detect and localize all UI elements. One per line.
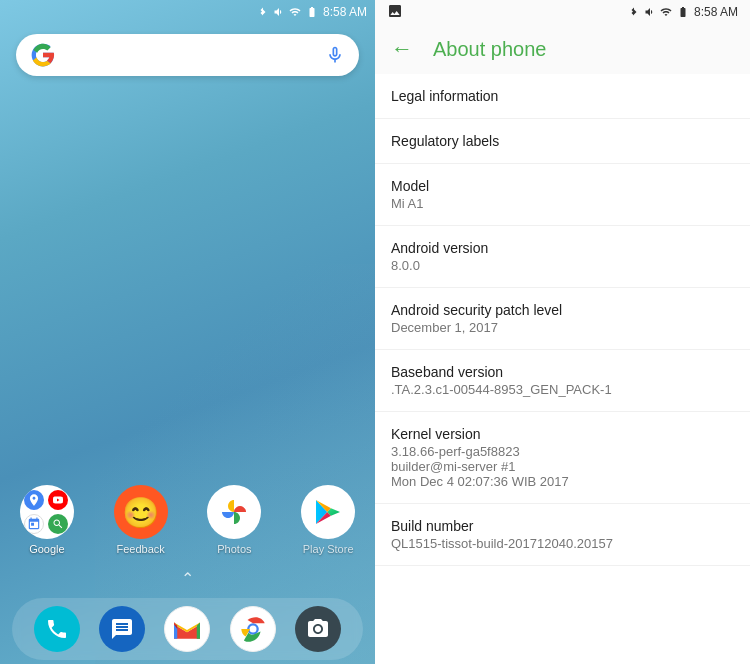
about-phone-panel: 8:58 AM ← About phone Legal information … bbox=[375, 0, 750, 664]
settings-item-legal-title: Legal information bbox=[391, 88, 734, 104]
settings-item-baseband-title: Baseband version bbox=[391, 364, 734, 380]
playstore-svg-icon bbox=[310, 494, 346, 530]
settings-item-baseband[interactable]: Baseband version .TA.2.3.c1-00544-8953_G… bbox=[375, 350, 750, 412]
dock-camera[interactable] bbox=[295, 606, 341, 652]
settings-list: Legal information Regulatory labels Mode… bbox=[375, 74, 750, 664]
volume-icon-right bbox=[644, 6, 656, 18]
svg-point-1 bbox=[249, 626, 256, 633]
signal-icon bbox=[289, 6, 301, 18]
settings-item-kernel-title: Kernel version bbox=[391, 426, 734, 442]
bluetooth-icon-right bbox=[628, 6, 640, 18]
page-title: About phone bbox=[433, 38, 546, 61]
photos-icon-circle bbox=[207, 485, 261, 539]
search-mini bbox=[48, 514, 68, 534]
screenshot-icon bbox=[387, 3, 403, 21]
settings-item-kernel[interactable]: Kernel version 3.18.66-perf-ga5f8823 bui… bbox=[375, 412, 750, 504]
back-button[interactable]: ← bbox=[391, 36, 413, 62]
settings-item-build-subtitle: QL1515-tissot-build-201712040.20157 bbox=[391, 536, 734, 551]
app-playstore[interactable]: Play Store bbox=[293, 485, 363, 555]
status-icons-right: 8:58 AM bbox=[628, 5, 738, 19]
settings-item-legal[interactable]: Legal information bbox=[375, 74, 750, 119]
app-playstore-label: Play Store bbox=[303, 543, 354, 555]
battery-icon-right bbox=[676, 6, 690, 18]
status-time-left: 8:58 AM bbox=[323, 5, 367, 19]
app-row-main: Google 😊 Feedback Photos bbox=[0, 485, 375, 555]
feedback-icon-circle: 😊 bbox=[114, 485, 168, 539]
search-input[interactable] bbox=[56, 43, 325, 67]
app-feedback-label: Feedback bbox=[116, 543, 164, 555]
settings-item-security-patch-subtitle: December 1, 2017 bbox=[391, 320, 734, 335]
settings-item-regulatory-title: Regulatory labels bbox=[391, 133, 734, 149]
status-icons-left: 8:58 AM bbox=[257, 5, 367, 19]
signal-icon-right bbox=[660, 6, 672, 18]
settings-item-model-subtitle: Mi A1 bbox=[391, 196, 734, 211]
up-arrow: ⌃ bbox=[181, 569, 194, 588]
chrome-icon bbox=[239, 615, 267, 643]
status-bar-right: 8:58 AM bbox=[375, 0, 750, 24]
feedback-face-icon: 😊 bbox=[122, 495, 159, 530]
dock-chrome[interactable] bbox=[230, 606, 276, 652]
youtube-mini bbox=[48, 490, 68, 510]
dock-messages[interactable] bbox=[99, 606, 145, 652]
gmail-icon bbox=[174, 619, 200, 639]
settings-item-model-title: Model bbox=[391, 178, 734, 194]
app-photos[interactable]: Photos bbox=[199, 485, 269, 555]
status-bar-left: 8:58 AM bbox=[0, 0, 375, 24]
image-icon bbox=[387, 3, 403, 19]
status-time-right: 8:58 AM bbox=[694, 5, 738, 19]
settings-item-build-title: Build number bbox=[391, 518, 734, 534]
settings-item-android-version-subtitle: 8.0.0 bbox=[391, 258, 734, 273]
settings-item-android-version-title: Android version bbox=[391, 240, 734, 256]
bluetooth-icon bbox=[257, 6, 269, 18]
settings-item-security-patch[interactable]: Android security patch level December 1,… bbox=[375, 288, 750, 350]
app-photos-label: Photos bbox=[217, 543, 251, 555]
settings-item-security-patch-title: Android security patch level bbox=[391, 302, 734, 318]
camera-icon bbox=[306, 617, 330, 641]
bottom-dock bbox=[12, 598, 363, 660]
toolbar: ← About phone bbox=[375, 24, 750, 74]
playstore-icon-circle bbox=[301, 485, 355, 539]
dock-gmail[interactable] bbox=[164, 606, 210, 652]
settings-item-model[interactable]: Model Mi A1 bbox=[375, 164, 750, 226]
dock-phone[interactable] bbox=[34, 606, 80, 652]
app-google-label: Google bbox=[29, 543, 64, 555]
photos-svg-icon bbox=[216, 494, 252, 530]
settings-item-build[interactable]: Build number QL1515-tissot-build-2017120… bbox=[375, 504, 750, 566]
google-maps-mini bbox=[24, 490, 44, 510]
google-logo bbox=[30, 42, 56, 68]
settings-item-baseband-subtitle: .TA.2.3.c1-00544-8953_GEN_PACK-1 bbox=[391, 382, 734, 397]
battery-icon bbox=[305, 6, 319, 18]
settings-item-android-version[interactable]: Android version 8.0.0 bbox=[375, 226, 750, 288]
google-icon-circle bbox=[20, 485, 74, 539]
app-feedback[interactable]: 😊 Feedback bbox=[106, 485, 176, 555]
calendar-mini bbox=[24, 514, 44, 534]
settings-item-kernel-subtitle: 3.18.66-perf-ga5f8823 builder@mi-server … bbox=[391, 444, 734, 489]
home-screen: 8:58 AM bbox=[0, 0, 375, 664]
search-bar[interactable] bbox=[16, 34, 359, 76]
nav-hint: ⌃ bbox=[0, 563, 375, 594]
phone-icon bbox=[45, 617, 69, 641]
settings-item-regulatory[interactable]: Regulatory labels bbox=[375, 119, 750, 164]
messages-icon bbox=[110, 617, 134, 641]
volume-icon bbox=[273, 6, 285, 18]
app-google[interactable]: Google bbox=[12, 485, 82, 555]
mic-icon bbox=[325, 45, 345, 65]
